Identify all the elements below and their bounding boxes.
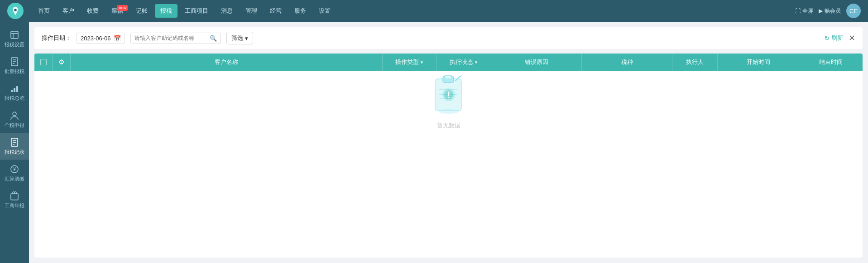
filter-button[interactable]: 筛选 ▾ bbox=[226, 32, 253, 44]
main-layout: 报税设置 批量报税 报税总览 bbox=[0, 22, 868, 263]
calendar-icon: 📅 bbox=[114, 35, 121, 42]
empty-text: 暂无数据 bbox=[437, 122, 460, 130]
sidebar-item-batch-tax[interactable]: 批量报税 bbox=[0, 52, 29, 79]
sidebar-label-settlement: 汇算清缴 bbox=[5, 176, 24, 182]
content-area: 操作日期： 2023-06-06 📅 🔍 筛选 ▾ ↻ 刷新 ✕ bbox=[29, 22, 868, 263]
th-tax-type: 税种 bbox=[582, 54, 672, 71]
chevron-down-icon: ▾ bbox=[245, 35, 248, 42]
nav-invoice[interactable]: 票据 new bbox=[106, 4, 129, 18]
svg-rect-10 bbox=[16, 86, 18, 92]
sidebar-label-batch-tax: 批量报税 bbox=[5, 68, 24, 74]
nav-billing[interactable]: 收费 bbox=[82, 4, 104, 18]
date-picker[interactable]: 2023-06-06 📅 bbox=[77, 33, 125, 44]
filter-bar: 操作日期： 2023-06-06 📅 🔍 筛选 ▾ ↻ 刷新 ✕ bbox=[34, 27, 863, 49]
sidebar-item-settlement[interactable]: ¥ 汇算清缴 bbox=[0, 160, 29, 186]
table-header: ⚙ 客户名称 操作类型 ▼ 执行状态 ▼ 错误原因 税种 bbox=[34, 54, 863, 71]
nav-bookkeeping[interactable]: 记账 bbox=[130, 4, 153, 18]
sidebar-label-annual-report: 工商年报 bbox=[5, 203, 24, 209]
nav-items: 首页 客户 收费 票据 new 记账 报税 工商项目 消息 管理 经营 服务 设… bbox=[33, 4, 795, 18]
tax-summary-icon bbox=[10, 83, 19, 93]
new-badge: new bbox=[117, 5, 128, 11]
svg-rect-1 bbox=[11, 31, 18, 39]
search-icon[interactable]: 🔍 bbox=[210, 35, 217, 42]
refresh-button[interactable]: ↻ 刷新 bbox=[825, 34, 843, 42]
svg-point-0 bbox=[14, 9, 17, 11]
table-container: ⚙ 客户名称 操作类型 ▼ 执行状态 ▼ 错误原因 税种 bbox=[34, 54, 863, 258]
sidebar-label-tax-settings: 报税设置 bbox=[5, 42, 24, 48]
tax-records-icon bbox=[10, 137, 19, 147]
top-navigation: 首页 客户 收费 票据 new 记账 报税 工商项目 消息 管理 经营 服务 设… bbox=[0, 0, 868, 22]
filter-icon-status[interactable]: ▼ bbox=[474, 60, 479, 65]
fullscreen-label: 全屏 bbox=[802, 7, 813, 15]
date-label: 操作日期： bbox=[42, 34, 71, 42]
tax-settings-icon bbox=[10, 30, 19, 40]
sidebar-label-individual-tax: 个税申报 bbox=[5, 122, 24, 128]
svg-point-28 bbox=[448, 97, 449, 98]
sidebar-label-tax-records: 报税记录 bbox=[5, 149, 24, 155]
search-input[interactable] bbox=[134, 35, 207, 41]
individual-tax-icon bbox=[10, 111, 19, 121]
svg-rect-21 bbox=[445, 75, 452, 79]
close-button[interactable]: ✕ bbox=[849, 34, 855, 42]
empty-state: 暂无数据 bbox=[34, 71, 863, 130]
th-exec-status: 执行状态 ▼ bbox=[437, 54, 491, 71]
sidebar-item-tax-records[interactable]: 报税记录 bbox=[0, 133, 29, 160]
refresh-label: 刷新 bbox=[831, 34, 843, 42]
app-logo[interactable] bbox=[7, 3, 24, 19]
sidebar-item-individual-tax[interactable]: 个税申报 bbox=[0, 106, 29, 133]
svg-point-31 bbox=[439, 109, 459, 114]
th-end-time: 结束时间 bbox=[799, 54, 863, 71]
th-error-reason: 错误原因 bbox=[491, 54, 582, 71]
nav-business[interactable]: 工商项目 bbox=[179, 4, 214, 18]
svg-rect-18 bbox=[11, 194, 18, 200]
nav-operations[interactable]: 经营 bbox=[264, 4, 287, 18]
th-settings[interactable]: ⚙ bbox=[53, 54, 71, 71]
settings-icon: ⚙ bbox=[58, 58, 64, 66]
annual-report-icon bbox=[10, 191, 19, 201]
svg-text:¥: ¥ bbox=[13, 167, 16, 172]
nav-client[interactable]: 客户 bbox=[57, 4, 80, 18]
sidebar-item-tax-settings[interactable]: 报税设置 bbox=[0, 25, 29, 52]
fullscreen-icon: ⛶ bbox=[795, 8, 801, 14]
fullscreen-button[interactable]: ⛶ 全屏 bbox=[795, 7, 813, 15]
select-all-checkbox[interactable] bbox=[40, 59, 47, 65]
nav-management[interactable]: 管理 bbox=[240, 4, 263, 18]
table-body: 暂无数据 bbox=[34, 71, 863, 258]
sidebar-item-annual-report[interactable]: 工商年报 bbox=[0, 186, 29, 213]
member-button[interactable]: ▶ 畅会员 bbox=[819, 7, 841, 15]
refresh-icon: ↻ bbox=[825, 35, 830, 42]
settlement-icon: ¥ bbox=[10, 164, 19, 174]
svg-marker-30 bbox=[460, 75, 462, 77]
svg-rect-8 bbox=[11, 90, 13, 92]
svg-rect-9 bbox=[14, 88, 15, 92]
th-client-name: 客户名称 bbox=[71, 54, 383, 71]
th-checkbox bbox=[34, 54, 53, 71]
date-value: 2023-06-06 bbox=[81, 35, 111, 42]
nav-settings[interactable]: 设置 bbox=[313, 4, 336, 18]
sidebar-label-tax-summary: 报税总览 bbox=[5, 95, 24, 101]
nav-tax[interactable]: 报税 bbox=[155, 4, 177, 18]
filter-label: 筛选 bbox=[231, 34, 243, 42]
nav-home[interactable]: 首页 bbox=[33, 4, 55, 18]
th-operation-type: 操作类型 ▼ bbox=[383, 54, 437, 71]
batch-tax-icon bbox=[10, 57, 19, 67]
search-box: 🔍 bbox=[130, 33, 221, 44]
sidebar-item-tax-summary[interactable]: 报税总览 bbox=[0, 79, 29, 106]
sidebar: 报税设置 批量报税 报税总览 bbox=[0, 22, 29, 263]
th-start-time: 开始时间 bbox=[718, 54, 799, 71]
member-label: 畅会员 bbox=[825, 7, 841, 15]
svg-point-11 bbox=[13, 112, 16, 116]
filter-icon-operation[interactable]: ▼ bbox=[420, 60, 424, 65]
video-icon: ▶ bbox=[819, 8, 823, 14]
th-executor: 执行人 bbox=[672, 54, 718, 71]
user-avatar[interactable]: CE bbox=[846, 4, 861, 18]
nav-services[interactable]: 服务 bbox=[289, 4, 312, 18]
top-nav-right: ⛶ 全屏 ▶ 畅会员 CE bbox=[795, 4, 861, 18]
nav-messages[interactable]: 消息 bbox=[216, 4, 238, 18]
empty-illustration bbox=[428, 71, 469, 116]
